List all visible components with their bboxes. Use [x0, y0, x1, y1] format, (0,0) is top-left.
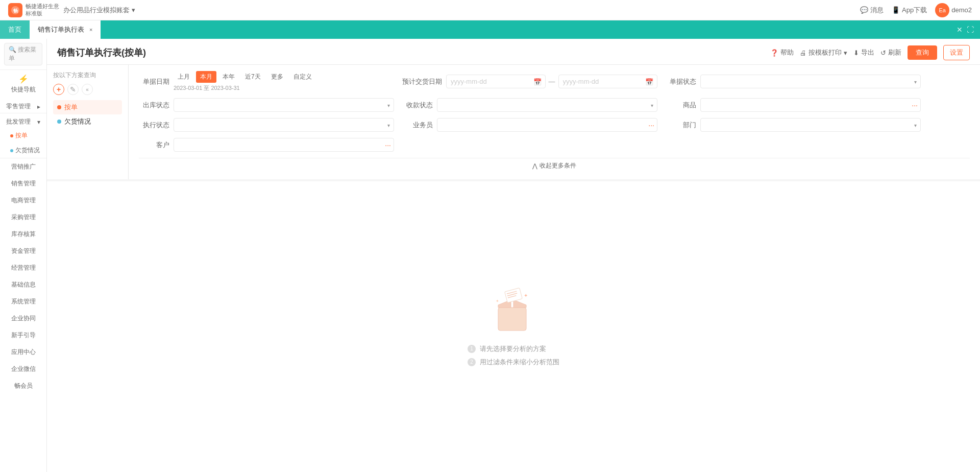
print-btn[interactable]: 🖨 按模板打印 ▾ [800, 48, 847, 57]
plan-item-order[interactable]: 按单 [53, 100, 122, 114]
app-dropdown-chevron[interactable]: ▾ [132, 6, 135, 14]
filter-edit-plan-btn[interactable]: ✎ [67, 84, 79, 95]
tab-close-btn[interactable]: × [89, 27, 92, 33]
tab-home[interactable]: 首页 [0, 20, 30, 39]
svg-rect-2 [498, 308, 526, 331]
date-end-wrap: 📅 [558, 75, 658, 88]
sidebar-sub-item-order-plan[interactable]: 按单 [0, 128, 46, 143]
export-icon: ⬇ [853, 49, 859, 57]
period-this-month-btn[interactable]: 本月 [196, 71, 216, 83]
sidebar-item-sales-mgmt[interactable]: 销售管理 [0, 175, 46, 192]
sidebar-item-newbie[interactable]: 新手引导 [0, 327, 46, 344]
sidebar-sub-item-debt[interactable]: 欠货情况 [0, 143, 46, 158]
period-custom-btn[interactable]: 自定义 [289, 71, 316, 83]
sidebar-item-purchase[interactable]: 采购管理 [0, 209, 46, 226]
blue-dot-icon [10, 149, 13, 152]
export-btn[interactable]: ⬇ 导出 [853, 48, 874, 57]
single-date-label: 单据日期 [139, 77, 169, 86]
quick-nav-icon: ⚡ [18, 74, 29, 84]
filter-row-4: 客户 ··· [139, 138, 970, 152]
period-btns: 上月 本月 本年 近7天 更多 自定义 [174, 71, 394, 83]
department-label: 部门 [666, 121, 696, 130]
period-more-btn[interactable]: 更多 [267, 71, 287, 83]
customer-more-btn[interactable]: ··· [385, 141, 391, 149]
svg-text:✦: ✦ [496, 299, 499, 303]
filter-left-panel: 按以下方案查询 + ✎ « 按单 欠货情况 [47, 65, 129, 179]
date-separator: — [549, 78, 555, 85]
print-dropdown-icon: ▾ [844, 49, 847, 57]
sidebar-item-retail[interactable]: 零售管理 ▸ [0, 98, 46, 113]
salesperson-label: 业务员 [402, 121, 433, 130]
plan-item-debt[interactable]: 欠货情况 [53, 114, 122, 129]
tab-expand-btn[interactable]: ⛶ [967, 26, 974, 34]
sidebar-item-finance[interactable]: 资金管理 [0, 243, 46, 259]
date-end-input[interactable] [558, 75, 658, 88]
filter-field-single-date: 单据日期 上月 本月 本年 近7天 更多 自定义 2023-03-01 至 20… [139, 71, 394, 92]
sidebar-item-basic[interactable]: 基础信息 [0, 276, 46, 293]
period-this-year-btn[interactable]: 本年 [218, 71, 239, 83]
payment-status-select[interactable] [437, 98, 657, 112]
header-app-btn[interactable]: 📱 App下载 [892, 6, 927, 15]
print-icon: 🖨 [800, 49, 806, 57]
filter-field-salesperson: 业务员 ··· [402, 118, 657, 132]
header-left: 畅 畅捷通好生意 标准版 办公用品行业模拟账套 ▾ [8, 3, 135, 17]
sidebar-search-btn[interactable]: 🔍 搜索菜单 [4, 43, 42, 65]
message-icon: 💬 [860, 6, 868, 14]
filter-row-1: 单据日期 上月 本月 本年 近7天 更多 自定义 2023-03-01 至 20… [139, 71, 970, 92]
salesperson-input[interactable] [437, 118, 657, 132]
sidebar-item-system[interactable]: 系统管理 [0, 293, 46, 310]
goods-more-btn[interactable]: ··· [912, 101, 918, 109]
sidebar-item-apps[interactable]: 应用中心 [0, 344, 46, 361]
empty-text: 1 请先选择要分析的方案 2 用过滤条件来缩小分析范围 [468, 344, 559, 367]
tab-sales-order[interactable]: 销售订单执行表 × [30, 20, 101, 39]
period-last-month-btn[interactable]: 上月 [174, 71, 194, 83]
main-layout: 🔍 搜索菜单 ⚡ 快捷导航 零售管理 ▸ 批发管理 ▾ 按单 欠货情况 [0, 39, 980, 472]
department-select[interactable] [700, 118, 921, 132]
sidebar-item-wechat[interactable]: 企业微信 [0, 361, 46, 377]
date-start-input[interactable] [446, 75, 546, 88]
delivery-status-select[interactable] [174, 98, 394, 112]
tab-minimize-btn[interactable]: ✕ [957, 26, 963, 34]
filter-collapse-plan-btn[interactable]: « [82, 84, 93, 95]
customer-input[interactable] [174, 138, 394, 152]
exec-status-label: 执行状态 [139, 121, 169, 130]
svg-rect-3 [505, 288, 523, 302]
salesperson-more-btn[interactable]: ··· [648, 121, 654, 129]
single-status-label: 单据状态 [666, 77, 696, 86]
header-msg-btn[interactable]: 💬 消息 [860, 6, 884, 15]
sidebar-section-wholesale: 批发管理 ▾ 按单 欠货情况 [0, 113, 46, 158]
svg-text:✦: ✦ [524, 293, 528, 298]
sidebar-item-inventory[interactable]: 库存核算 [0, 226, 46, 243]
sidebar-item-operations[interactable]: 经营管理 [0, 259, 46, 276]
query-btn[interactable]: 查询 [908, 45, 937, 60]
app-title-area[interactable]: 办公用品行业模拟账套 ▾ [63, 6, 135, 15]
sidebar-search-area: 🔍 搜索菜单 [0, 39, 46, 70]
filter-field-exec-status: 执行状态 ▾ [139, 118, 394, 132]
page-title: 销售订单执行表(按单) [57, 46, 146, 59]
top-header: 畅 畅捷通好生意 标准版 办公用品行业模拟账套 ▾ 💬 消息 📱 App下载 E… [0, 0, 980, 20]
sidebar-item-quick-nav[interactable]: ⚡ 快捷导航 [0, 70, 46, 98]
sidebar-item-member[interactable]: 畅会员 [0, 377, 46, 394]
page-header: 销售订单执行表(按单) ❓ 帮助 🖨 按模板打印 ▾ ⬇ 导出 ↺ 刷新 [47, 39, 980, 65]
collapse-filter-btn[interactable]: ⋀ 收起更多条件 [139, 158, 970, 173]
filter-add-plan-btn[interactable]: + [53, 84, 64, 95]
header-user-btn[interactable]: Ea demo2 [935, 3, 972, 17]
sidebar-item-wholesale[interactable]: 批发管理 ▾ [0, 113, 46, 128]
help-btn[interactable]: ❓ 帮助 [770, 48, 794, 57]
single-status-select[interactable] [700, 75, 921, 88]
goods-input[interactable] [700, 98, 921, 112]
sidebar-item-enterprise[interactable]: 企业协同 [0, 310, 46, 327]
empty-step-2: 2 用过滤条件来缩小分析范围 [468, 358, 559, 367]
filter-right-panel: 单据日期 上月 本月 本年 近7天 更多 自定义 2023-03-01 至 20… [129, 65, 980, 179]
svg-text:畅: 畅 [13, 8, 18, 13]
filter-row-2: 出库状态 ▾ 收款状态 ▾ 商品 [139, 98, 970, 112]
period-last7days-btn[interactable]: 近7天 [241, 71, 265, 83]
sidebar-item-marketing[interactable]: 营销推广 [0, 158, 46, 175]
sidebar-item-ecommerce[interactable]: 电商管理 [0, 192, 46, 209]
step-2-num: 2 [468, 358, 476, 366]
calendar-end-icon: 📅 [645, 78, 653, 85]
refresh-btn[interactable]: ↺ 刷新 [880, 48, 901, 57]
exec-status-select[interactable] [174, 118, 394, 132]
settings-btn[interactable]: 设置 [943, 45, 970, 60]
collapse-icon: ⋀ [532, 162, 537, 170]
